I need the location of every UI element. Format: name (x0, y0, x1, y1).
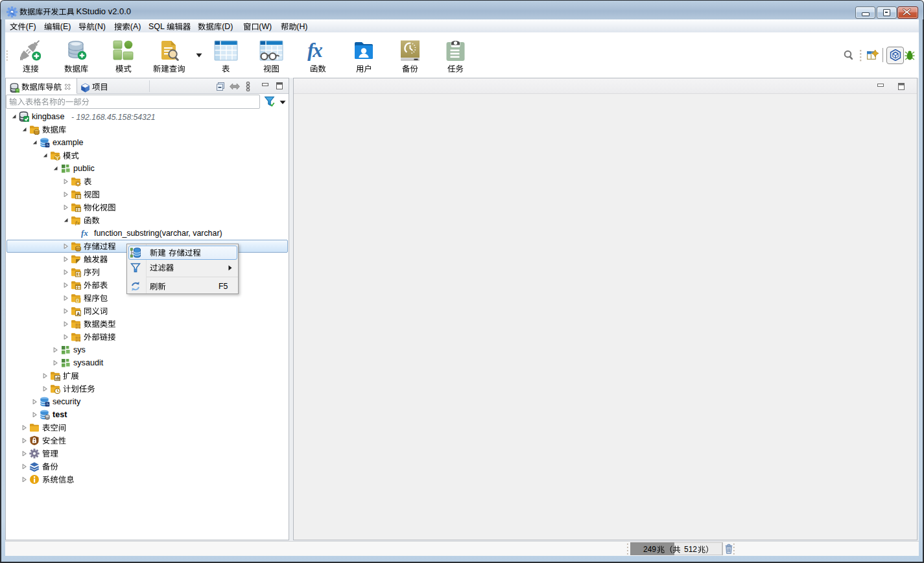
svg-text:A: A (77, 311, 80, 317)
svg-text:⟨⟩: ⟨⟩ (76, 298, 80, 303)
svg-text:fx: fx (307, 40, 322, 61)
svg-text:fx: fx (81, 229, 88, 238)
svg-text:fx: fx (75, 220, 80, 226)
